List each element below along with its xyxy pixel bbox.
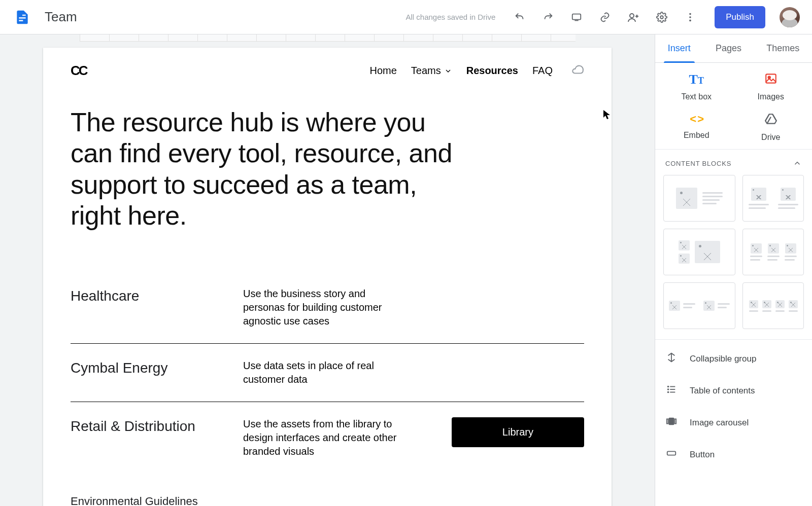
library-button[interactable]: Library xyxy=(452,417,584,447)
share-button[interactable] xyxy=(623,7,644,27)
nav-link-home[interactable]: Home xyxy=(369,65,396,77)
save-status: All changes saved in Drive xyxy=(405,13,495,21)
insert-collapsible-group[interactable]: Collapsible group xyxy=(655,343,812,375)
button-icon xyxy=(665,448,678,461)
more-menu-button[interactable] xyxy=(680,7,700,27)
svg-point-11 xyxy=(667,388,669,390)
hero-heading[interactable]: The resource hub is where you can find e… xyxy=(71,107,456,231)
right-panel: Insert Pages Themes TT Text box Images <… xyxy=(655,34,812,506)
insert-images[interactable]: Images xyxy=(734,72,808,101)
svg-rect-0 xyxy=(572,14,581,19)
content-blocks-header[interactable]: CONTENT BLOCKS xyxy=(655,149,812,175)
svg-rect-1 xyxy=(575,20,579,21)
page-canvas[interactable]: CC Home Teams Resources FAQ The resource… xyxy=(43,48,612,506)
svg-rect-12 xyxy=(670,389,675,390)
svg-rect-7 xyxy=(766,74,776,83)
insert-image-carousel[interactable]: Image carousel xyxy=(655,407,812,439)
content-block-6[interactable] xyxy=(742,282,804,329)
row-description: Use the assets from the library to desig… xyxy=(243,417,400,458)
resource-row-healthcare[interactable]: Healthcare Use the business story and pe… xyxy=(71,287,584,344)
nav-link-teams[interactable]: Teams xyxy=(411,65,452,77)
content-block-3[interactable] xyxy=(663,229,735,275)
drive-icon xyxy=(764,113,777,128)
tab-pages[interactable]: Pages xyxy=(712,34,746,62)
settings-button[interactable] xyxy=(652,7,672,27)
svg-point-5 xyxy=(689,16,691,18)
nav-link-resources[interactable]: Resources xyxy=(466,65,518,77)
nav-link-faq[interactable]: FAQ xyxy=(532,65,553,77)
panel-tabs: Insert Pages Themes xyxy=(655,34,812,63)
site-logo[interactable]: CC xyxy=(71,63,87,79)
carousel-icon xyxy=(665,416,678,429)
textbox-icon: TT xyxy=(689,72,704,87)
content-block-5[interactable] xyxy=(663,282,735,329)
cursor-icon xyxy=(603,110,611,119)
tab-themes[interactable]: Themes xyxy=(762,34,803,62)
site-nav: CC Home Teams Resources FAQ xyxy=(71,63,584,79)
svg-rect-18 xyxy=(667,451,676,455)
insert-label: Embed xyxy=(684,131,709,140)
svg-point-2 xyxy=(630,14,634,18)
row-title: Healthcare xyxy=(71,287,243,305)
svg-point-4 xyxy=(689,13,691,15)
svg-point-3 xyxy=(660,16,663,19)
account-avatar[interactable] xyxy=(780,7,800,27)
content-block-1[interactable] xyxy=(663,175,735,222)
svg-point-13 xyxy=(667,391,669,393)
svg-point-9 xyxy=(667,386,669,388)
embed-icon: < > xyxy=(690,113,703,126)
svg-rect-10 xyxy=(670,386,675,387)
svg-rect-15 xyxy=(669,418,673,425)
svg-rect-17 xyxy=(674,419,676,423)
nav-link-teams-label: Teams xyxy=(411,65,441,77)
cloud-status-icon xyxy=(571,63,584,79)
row-description: Use data sets in place of real customer … xyxy=(243,359,400,386)
copy-link-button[interactable] xyxy=(595,7,615,27)
insert-label: Images xyxy=(758,92,784,101)
content-block-4[interactable] xyxy=(742,229,804,275)
insert-extras: Collapsible group Table of contents Imag… xyxy=(655,339,812,474)
row-title: Retail & Distribution xyxy=(71,417,243,435)
svg-rect-14 xyxy=(670,392,675,393)
publish-button[interactable]: Publish xyxy=(715,6,765,28)
insert-textbox[interactable]: TT Text box xyxy=(659,72,734,101)
svg-point-6 xyxy=(689,19,691,21)
collapsible-group-icon xyxy=(665,352,678,366)
redo-button[interactable] xyxy=(538,7,558,27)
insert-label: Drive xyxy=(761,133,780,142)
insert-label: Text box xyxy=(681,92,712,101)
images-icon xyxy=(764,72,777,87)
insert-button-element[interactable]: Button xyxy=(655,439,812,471)
editor-canvas-area[interactable]: CC Home Teams Resources FAQ The resource… xyxy=(0,34,655,506)
chevron-up-icon xyxy=(793,159,802,168)
resource-row-retail[interactable]: Retail & Distribution Use the assets fro… xyxy=(71,402,584,474)
extra-label: Table of contents xyxy=(690,386,755,396)
extra-label: Collapsible group xyxy=(690,354,756,364)
toc-icon xyxy=(665,384,678,397)
sites-app-icon[interactable] xyxy=(12,7,32,27)
insert-embed[interactable]: < > Embed xyxy=(659,113,734,142)
row-description: Use the business story and personas for … xyxy=(243,287,400,328)
environmental-guidelines-heading[interactable]: Environmental Guidelines xyxy=(71,495,584,506)
preview-button[interactable] xyxy=(566,7,587,27)
row-title: Cymbal Energy xyxy=(71,359,243,377)
chevron-down-icon xyxy=(444,67,452,75)
app-header: Team All changes saved in Drive Publish xyxy=(0,0,812,34)
extra-label: Image carousel xyxy=(690,418,749,428)
ruler[interactable] xyxy=(80,34,576,42)
insert-toc[interactable]: Table of contents xyxy=(655,375,812,407)
insert-drive[interactable]: Drive xyxy=(734,113,808,142)
content-block-2[interactable] xyxy=(742,175,804,222)
svg-rect-16 xyxy=(667,419,668,423)
resource-row-energy[interactable]: Cymbal Energy Use data sets in place of … xyxy=(71,344,584,402)
undo-button[interactable] xyxy=(510,7,530,27)
content-blocks-grid xyxy=(655,175,812,339)
section-label-text: CONTENT BLOCKS xyxy=(665,160,731,167)
document-title[interactable]: Team xyxy=(45,9,77,25)
extra-label: Button xyxy=(690,450,715,460)
tab-insert[interactable]: Insert xyxy=(664,34,695,62)
